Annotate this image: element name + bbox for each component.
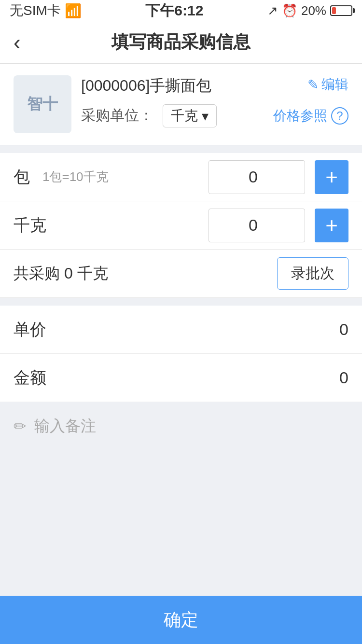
content-area [0,450,362,610]
price-ref-label: 价格参照 [273,107,327,125]
unit-prefix: 采购单位： [81,107,153,123]
bao-sublabel: 1包=10千克 [42,168,109,185]
unit-price-label: 单价 [14,319,339,341]
bao-input[interactable] [209,160,305,194]
price-section: 单价 0 金额 0 [0,306,362,402]
product-card: 智十 [0000006]手撕面包 ✎ 编辑 采购单位： 千克 ▾ 价格参照 ? [0,64,362,145]
unit-price-value: 0 [339,320,348,339]
product-header: [0000006]手撕面包 ✎ 编辑 [81,75,348,97]
input-section: 包 1包=10千克 + 千克 + 共采购 0 千克 录批次 [0,153,362,298]
notes-section[interactable]: ✏ 输入备注 [0,402,362,450]
battery-icon [330,5,352,16]
battery-fill [332,7,336,14]
bao-plus-button[interactable]: + [315,160,348,194]
location-icon: ↗ [267,3,278,18]
amount-label: 金额 [14,367,339,389]
unit-select[interactable]: 千克 ▾ [163,104,217,127]
product-image: 智十 [14,75,71,133]
unit-price-row: 单价 0 [0,306,362,354]
unit-dropdown-arrow: ▾ [202,108,209,124]
wifi-icon: 📶 [65,3,82,19]
section-divider-1 [0,145,362,153]
status-bar: 无SIM卡 📶 下午6:12 ↗ ⏰ 20% [0,0,362,21]
product-info: [0000006]手撕面包 ✎ 编辑 采购单位： 千克 ▾ 价格参照 ? [81,75,348,127]
nav-bar: ‹ 填写商品采购信息 [0,21,362,64]
notes-placeholder: 输入备注 [34,416,96,437]
batch-button[interactable]: 录批次 [277,257,348,290]
edit-icon: ✎ [307,77,319,93]
pencil-icon: ✏ [14,417,27,435]
confirm-button[interactable]: 确定 [0,596,362,644]
price-ref-button[interactable]: 价格参照 ? [273,107,348,125]
product-unit-row: 采购单位： 千克 ▾ 价格参照 ? [81,104,348,127]
total-row: 共采购 0 千克 录批次 [0,250,362,298]
alarm-icon: ⏰ [282,3,297,18]
status-left: 无SIM卡 📶 [10,1,82,20]
product-name: [0000006]手撕面包 [81,75,307,97]
back-button[interactable]: ‹ [14,30,21,55]
kg-input[interactable] [209,209,305,242]
amount-row: 金额 0 [0,354,362,402]
carrier-label: 无SIM卡 [10,1,61,20]
status-right: ↗ ⏰ 20% [267,3,352,18]
amount-value: 0 [339,368,348,387]
unit-area: 采购单位： 千克 ▾ [81,104,217,127]
unit-value: 千克 [171,107,198,125]
kg-plus-button[interactable]: + [315,209,348,242]
edit-label: 编辑 [321,75,348,94]
edit-button[interactable]: ✎ 编辑 [307,75,348,94]
product-image-label: 智十 [27,94,58,115]
kg-label: 千克 [14,214,46,237]
bao-row: 包 1包=10千克 + [0,153,362,201]
section-divider-2 [0,298,362,306]
kg-row: 千克 + [0,201,362,250]
total-text: 共采购 0 千克 [14,263,277,284]
page-title: 填写商品采购信息 [111,30,251,54]
price-ref-help-icon: ? [331,107,348,125]
bao-label: 包 [14,166,30,188]
status-time: 下午6:12 [145,1,203,21]
battery-percent: 20% [301,3,326,18]
